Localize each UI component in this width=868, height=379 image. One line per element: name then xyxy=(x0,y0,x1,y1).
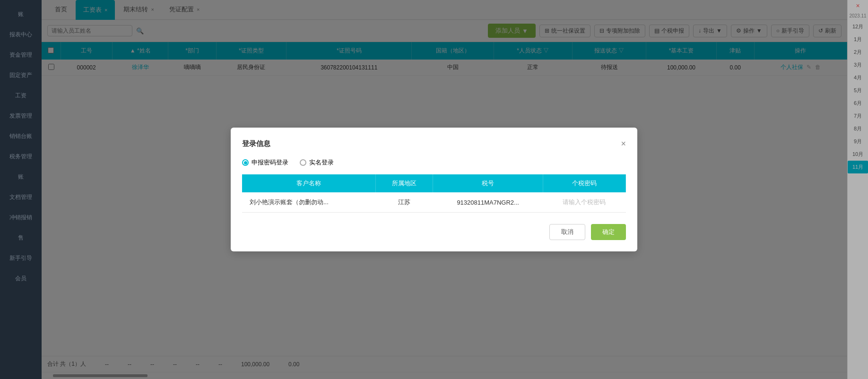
modal-overlay: 登录信息 × 申报密码登录 实名登录 客户名称 所属 xyxy=(0,0,868,379)
modal-body: 申报密码登录 实名登录 客户名称 所属地区 税号 个税密码 xyxy=(242,158,626,213)
tax-id-cell: 91320811MA7NGR2... xyxy=(433,192,543,213)
modal-header: 登录信息 × xyxy=(242,139,626,149)
login-info-table: 客户名称 所属地区 税号 个税密码 刘小艳演示账套（勿删勿动... 江苏 913… xyxy=(242,174,626,213)
confirm-button[interactable]: 确定 xyxy=(591,224,626,240)
radio-password-login[interactable]: 申报密码登录 xyxy=(242,158,288,167)
tax-password-placeholder: 请输入个税密码 xyxy=(563,198,606,206)
region-cell: 江苏 xyxy=(376,192,433,213)
cancel-button[interactable]: 取消 xyxy=(549,224,585,240)
col-client-name: 客户名称 xyxy=(242,174,376,192)
modal-close-button[interactable]: × xyxy=(621,139,626,149)
login-info-modal: 登录信息 × 申报密码登录 实名登录 客户名称 所属 xyxy=(231,128,637,251)
col-region: 所属地区 xyxy=(376,174,433,192)
modal-title: 登录信息 xyxy=(242,139,270,148)
modal-footer: 取消 确定 xyxy=(242,224,626,240)
radio-password-checked-icon xyxy=(242,159,249,166)
col-tax-password: 个税密码 xyxy=(543,174,625,192)
login-method-radio-group: 申报密码登录 实名登录 xyxy=(242,158,626,167)
radio-realname-unchecked-icon xyxy=(300,159,306,166)
radio-real-name-login[interactable]: 实名登录 xyxy=(300,158,334,167)
col-tax-id: 税号 xyxy=(433,174,543,192)
client-name-cell: 刘小艳演示账套（勿删勿动... xyxy=(242,192,376,213)
login-table-row: 刘小艳演示账套（勿删勿动... 江苏 91320811MA7NGR2... 请输… xyxy=(242,192,626,213)
tax-password-cell[interactable]: 请输入个税密码 xyxy=(543,192,625,213)
